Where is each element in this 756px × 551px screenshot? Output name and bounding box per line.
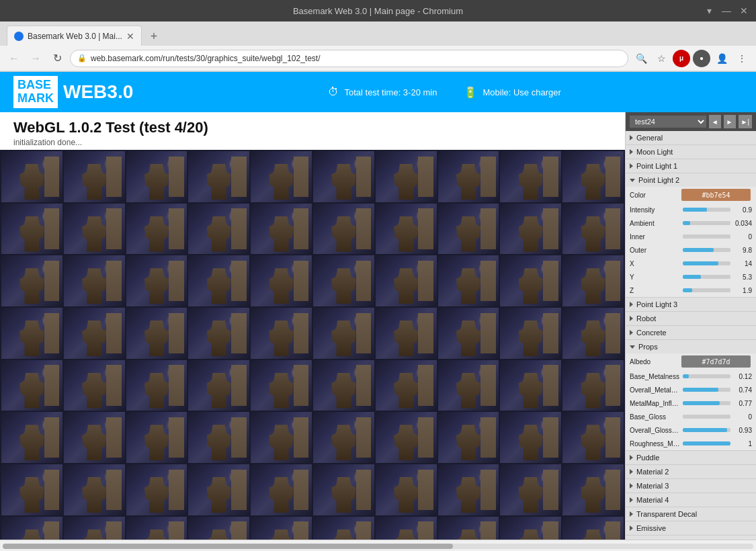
grid-cell — [126, 308, 187, 359]
grid-cell — [64, 308, 125, 359]
section-moon-light-header[interactable]: Moon Light — [626, 145, 756, 159]
inner-slider[interactable] — [683, 232, 730, 241]
albedo-swatch[interactable]: #7d7d7d — [681, 355, 751, 368]
grid-cell — [1, 151, 62, 202]
bottom-scrollbar — [0, 540, 756, 551]
lock-icon: 🔒 — [77, 54, 87, 62]
grid-cell — [376, 308, 437, 359]
section-point-light-3-header[interactable]: Point Light 3 — [626, 298, 756, 311]
grid-cell — [64, 464, 125, 515]
panel-header: test24 ◄ ► ►| — [626, 112, 756, 131]
albedo-color-value: #7d7d7d — [702, 358, 730, 366]
basemark-header: BASEMARK WEB3.0 ⏱ Total test time: 3-20 … — [0, 72, 756, 112]
address-bar[interactable]: 🔒 web.basemark.com/run/tests/30/graphics… — [70, 50, 628, 67]
y-slider[interactable] — [683, 273, 730, 281]
outer-slider[interactable] — [683, 246, 730, 254]
ambient-slider[interactable] — [683, 219, 730, 227]
grid-cell — [562, 204, 624, 255]
triangle-concrete — [630, 330, 633, 335]
grid-cell — [438, 360, 499, 411]
section-robot-header[interactable]: Robot — [626, 312, 756, 325]
grid-cell — [562, 412, 624, 463]
base-gloss-slider[interactable] — [683, 413, 730, 421]
intensity-row: Intensity 0.9 — [626, 203, 756, 216]
header-mobile-text: Mobile: Use charger — [482, 87, 560, 97]
roughness-ma-slider[interactable] — [683, 439, 730, 448]
section-props-header[interactable]: Props — [626, 340, 756, 353]
inner-row: Inner 0 — [626, 230, 756, 243]
roughness-ma-label: Roughness_Ma... — [630, 440, 680, 448]
grid-cell — [1, 308, 62, 359]
x-slider[interactable] — [683, 259, 730, 267]
menu-icon[interactable]: ⋮ — [733, 50, 751, 67]
section-puddle-header[interactable]: Puddle — [626, 451, 756, 464]
grid-cell — [251, 517, 312, 540]
h-scrollbar-track[interactable] — [3, 544, 753, 549]
grid-cell — [251, 308, 312, 359]
grid-cell — [1, 360, 62, 411]
minimize-btn[interactable]: ▾ — [702, 5, 716, 16]
panel-last-btn[interactable]: ►| — [739, 115, 753, 128]
overall-glossin-label: Overall_Glossin... — [630, 427, 680, 434]
close-btn[interactable]: ✕ — [737, 5, 751, 16]
section-concrete-header[interactable]: Concrete — [626, 326, 756, 339]
section-material-3-header[interactable]: Material 3 — [626, 479, 756, 493]
inner-label: Inner — [630, 233, 680, 241]
section-material-4-header[interactable]: Material 4 — [626, 493, 756, 507]
extension-icon[interactable]: ● — [693, 50, 710, 67]
ublock-icon[interactable]: μ — [673, 50, 690, 67]
metalmap-influ-slider[interactable] — [683, 399, 730, 407]
basemark-logo: BASEMARK WEB3.0 — [13, 76, 133, 108]
panel-prev-btn[interactable]: ◄ — [709, 115, 721, 128]
section-rain: Rain — [626, 536, 756, 540]
section-transparent-decal-header[interactable]: Transparent Decal — [626, 507, 756, 521]
search-icon[interactable]: 🔍 — [632, 50, 650, 67]
panel-next-btn[interactable]: ► — [724, 115, 736, 128]
z-slider[interactable] — [683, 286, 730, 294]
grid-cell — [188, 255, 249, 306]
grid-cell — [313, 360, 374, 411]
section-general: General — [626, 131, 756, 145]
grid-cell — [126, 517, 187, 540]
grid-cell — [500, 360, 561, 411]
section-material-4-label: Material 4 — [636, 496, 669, 504]
color-swatch[interactable]: #bb7e54 — [681, 189, 751, 201]
bookmark-icon[interactable]: ☆ — [653, 50, 670, 67]
section-point-light-2-header[interactable]: Point Light 2 — [626, 173, 756, 187]
section-general-header[interactable]: General — [626, 131, 756, 144]
tab-close-icon[interactable]: ✕ — [126, 31, 134, 42]
grid-cell — [251, 255, 312, 306]
section-props: Props Albedo #7d7d7d Base_Metalness 0.12 — [626, 340, 756, 451]
grid-cell — [376, 360, 437, 411]
section-point-light-1-header[interactable]: Point Light 1 — [626, 159, 756, 173]
back-button[interactable]: ← — [5, 50, 23, 67]
grid-cell — [188, 360, 249, 411]
overall-metalness-slider[interactable] — [683, 386, 730, 394]
overall-glossin-slider[interactable] — [683, 426, 730, 434]
grid-cell — [126, 464, 187, 515]
profile-icon[interactable]: 👤 — [713, 50, 730, 67]
preset-select[interactable]: test24 — [630, 116, 706, 128]
init-status: initialization done... — [13, 138, 612, 147]
section-material-2-header[interactable]: Material 2 — [626, 465, 756, 478]
maximize-btn[interactable]: — — [720, 5, 733, 16]
new-tab-button[interactable]: + — [144, 27, 163, 46]
active-tab[interactable]: Basemark Web 3.0 | Mai... ✕ — [7, 26, 142, 46]
section-material-2-label: Material 2 — [636, 468, 669, 476]
section-rain-header[interactable]: Rain — [626, 536, 756, 540]
grid-cell — [562, 360, 624, 411]
grid-cell — [313, 151, 374, 202]
panel-content[interactable]: General Moon Light Point Light 1 — [626, 131, 756, 540]
section-emissive-header[interactable]: Emissive — [626, 521, 756, 535]
grid-cell — [1, 412, 62, 463]
reload-button[interactable]: ↻ — [48, 50, 66, 67]
triangle-point-light-1 — [630, 163, 633, 169]
grid-cell — [251, 204, 312, 255]
forward-button[interactable]: → — [27, 50, 44, 67]
metalmap-influ-row: MetalMap_Influ... 0.77 — [626, 396, 756, 410]
base-gloss-label: Base_Gloss — [630, 413, 680, 421]
x-label: X — [630, 260, 680, 267]
intensity-slider[interactable] — [683, 206, 730, 214]
base-metalness-slider[interactable] — [683, 372, 730, 380]
triangle-emissive — [630, 525, 633, 531]
